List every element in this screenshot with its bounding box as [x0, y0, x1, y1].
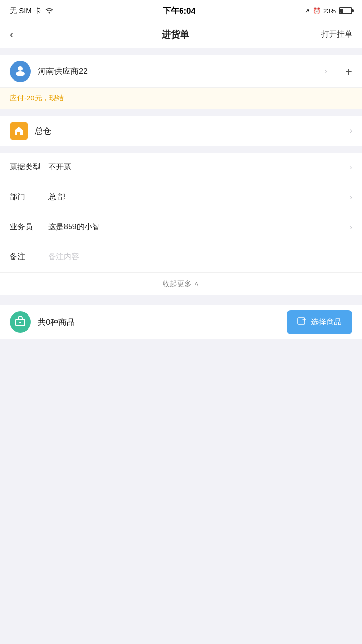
- svg-rect-4: [298, 318, 305, 324]
- product-bar: 共0种商品 选择商品: [0, 305, 362, 339]
- avatar-icon: [14, 64, 27, 79]
- section-gap-1: [0, 48, 362, 55]
- bottom-grey-area: [0, 339, 362, 484]
- alarm-icon: ⏰: [313, 7, 320, 14]
- warehouse-label: 总仓: [35, 126, 350, 137]
- salesperson-label: 业务员: [10, 222, 48, 232]
- section-gap-2: [0, 109, 362, 116]
- nav-bar: ‹ 进货单 打开挂单: [0, 21, 362, 48]
- remarks-input[interactable]: 备注内容: [48, 252, 352, 262]
- svg-point-1: [16, 71, 25, 76]
- product-icon: [10, 311, 31, 333]
- dept-value: 总 部: [48, 192, 346, 202]
- supplier-row[interactable]: 河南供应商22 › +: [0, 55, 362, 88]
- svg-point-3: [19, 322, 21, 323]
- supplier-name: 河南供应商22: [38, 66, 324, 77]
- section-gap-4: [0, 295, 362, 300]
- location-icon: ↗: [305, 7, 310, 14]
- vertical-divider: [336, 63, 336, 80]
- invoice-chevron-icon: ›: [350, 163, 352, 172]
- battery-icon: [339, 7, 352, 14]
- salesperson-chevron-icon: ›: [350, 223, 352, 232]
- status-right: ↗ ⏰ 23%: [305, 7, 352, 14]
- supplier-avatar: [10, 61, 31, 82]
- notice-text: 应付-20元，现结: [10, 94, 64, 102]
- salesperson-value: 这是859的小智: [48, 222, 346, 232]
- warehouse-chevron-icon: ›: [350, 126, 352, 135]
- warehouse-icon: [10, 122, 28, 140]
- status-left: 无 SIM 卡: [10, 6, 54, 15]
- back-button[interactable]: ‹: [10, 28, 29, 41]
- add-supplier-button[interactable]: +: [345, 65, 352, 78]
- invoice-value: 不开票: [48, 162, 346, 172]
- carrier-label: 无 SIM 卡: [10, 6, 41, 15]
- select-product-label: 选择商品: [311, 317, 342, 327]
- dept-chevron-icon: ›: [350, 193, 352, 202]
- dept-label: 部门: [10, 192, 48, 202]
- remarks-row[interactable]: 备注 备注内容: [0, 242, 362, 272]
- section-gap-3: [0, 146, 362, 153]
- supplier-section: 河南供应商22 › + 应付-20元，现结: [0, 55, 362, 109]
- collapse-button[interactable]: 收起更多 ∧: [0, 272, 362, 295]
- status-bar: 无 SIM 卡 下午6:04 ↗ ⏰ 23%: [0, 0, 362, 21]
- notice-banner: 应付-20元，现结: [0, 88, 362, 109]
- warehouse-section[interactable]: 总仓 ›: [0, 116, 362, 146]
- supplier-chevron-icon: ›: [324, 67, 327, 76]
- product-count-label: 共0种商品: [38, 317, 287, 328]
- salesperson-row[interactable]: 业务员 这是859的小智 ›: [0, 212, 362, 242]
- svg-point-0: [18, 66, 23, 71]
- open-pending-button[interactable]: 打开挂单: [321, 29, 352, 40]
- dept-row[interactable]: 部门 总 部 ›: [0, 182, 362, 212]
- form-section: 票据类型 不开票 › 部门 总 部 › 业务员 这是859的小智 › 备注 备注…: [0, 153, 362, 295]
- wifi-icon: [45, 7, 54, 15]
- warehouse-row[interactable]: 总仓 ›: [0, 116, 362, 146]
- remarks-label: 备注: [10, 252, 48, 262]
- status-time: 下午6:04: [163, 5, 195, 16]
- select-product-button[interactable]: 选择商品: [287, 310, 352, 334]
- select-product-icon: [297, 316, 307, 328]
- invoice-row[interactable]: 票据类型 不开票 ›: [0, 153, 362, 182]
- invoice-label: 票据类型: [10, 162, 48, 172]
- battery-percent: 23%: [323, 7, 336, 14]
- collapse-label: 收起更多 ∧: [163, 280, 199, 289]
- page-title: 进货单: [162, 28, 189, 41]
